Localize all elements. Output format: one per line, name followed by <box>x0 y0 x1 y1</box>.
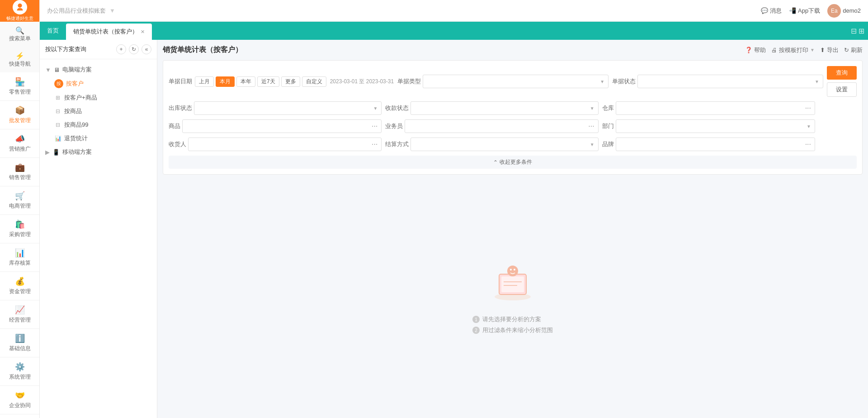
main-area: 办公用品行业模拟账套 ▼ 💬 消息 📲 App下载 Ea demo2 首页 <box>40 0 868 418</box>
sidebar-item-operations[interactable]: 📈 经营管理 <box>0 300 40 329</box>
warehouse-dots[interactable]: ··· <box>805 104 811 112</box>
doc-status-label: 单据状态 <box>612 77 636 86</box>
left-panel-actions: + ↻ « <box>116 44 151 54</box>
settlement-select[interactable]: ▼ <box>410 138 598 151</box>
message-btn[interactable]: 💬 消息 <box>761 7 782 15</box>
tree-collapsed-icon: ▶ <box>45 149 50 156</box>
basic-icon: ℹ️ <box>15 333 25 343</box>
left-panel: 按以下方案查询 + ↻ « ▼ 🖥 电脑端方案 按 按客户 <box>40 40 157 418</box>
filter-area: 单据日期 上月 本月 本年 近7天 更多 自定义 2023-03-01 至 20… <box>163 60 863 175</box>
salesman-label: 业务员 <box>385 122 403 130</box>
collapse-up-icon: ⌃ <box>493 159 498 166</box>
scheme-by-goods[interactable]: ⊟ 按商品 <box>40 104 157 118</box>
sidebar-item-wholesale[interactable]: 📦 批发管理 <box>0 101 40 129</box>
date-range-display: 2023-03-01 至 2023-03-31 <box>330 78 394 86</box>
minimize-icon[interactable]: ⊟ <box>851 27 857 35</box>
app-logo[interactable]: 畅捷通好生意 <box>0 0 40 22</box>
sidebar-item-system[interactable]: ⚙️ 系统管理 <box>0 357 40 386</box>
search-menu[interactable]: 🔍 搜索菜单 <box>0 22 40 47</box>
sidebar-item-newbie[interactable]: 🎯 新手引导 <box>0 414 40 418</box>
doc-type-select[interactable]: ▼ <box>423 75 609 88</box>
sidebar-item-marketing[interactable]: 📣 营销推广 <box>0 129 40 158</box>
query-btn[interactable]: 查询 <box>827 66 857 80</box>
page-actions: ❓ 帮助 🖨 按模板打印 ▼ ⬆ 导出 ↻ 刷新 <box>745 46 863 54</box>
purchase-icon: 🛍️ <box>15 219 25 229</box>
date-btn-this-year[interactable]: 本年 <box>236 76 255 87</box>
receiver-select[interactable]: ··· <box>188 138 382 151</box>
doc-type-label: 单据类型 <box>397 77 421 86</box>
tab-home[interactable]: 首页 <box>40 22 66 40</box>
brand-select[interactable]: ··· <box>616 138 815 151</box>
desktop-scheme-group[interactable]: ▼ 🖥 电脑端方案 <box>40 63 157 76</box>
download-icon: 📲 <box>789 7 796 14</box>
date-btn-7days[interactable]: 近7天 <box>257 76 279 87</box>
maximize-icon[interactable]: ⊞ <box>859 27 864 35</box>
settings-btn[interactable]: 设置 <box>827 82 857 97</box>
svg-point-5 <box>510 269 512 271</box>
tab-bar: 首页 销货单统计表（按客户） ✕ ⊟ ⊞ <box>40 22 868 40</box>
sidebar-item-retail[interactable]: 🏪 零售管理 <box>0 72 40 101</box>
scheme-by-goods-99[interactable]: ⊟ 按商品99 <box>40 118 157 132</box>
warehouse-select[interactable]: ··· <box>616 101 815 115</box>
salesman-select[interactable]: ··· <box>405 119 598 133</box>
message-icon: 💬 <box>761 7 768 14</box>
refresh-scheme-btn[interactable]: ↻ <box>129 44 139 54</box>
brand-dots[interactable]: ··· <box>805 140 811 148</box>
sidebar-item-sales[interactable]: 💼 销售管理 <box>0 158 40 186</box>
active-scheme-icon: 按 <box>54 79 63 88</box>
svg-rect-3 <box>501 276 524 292</box>
tree-expand-icon: ▼ <box>45 66 51 73</box>
date-btn-more[interactable]: 更多 <box>281 76 300 87</box>
export-btn[interactable]: ⬆ 导出 <box>820 46 839 54</box>
logo-icon <box>13 0 27 14</box>
page-title-bar: 销货单统计表（按客户） ❓ 帮助 🖨 按模板打印 ▼ ⬆ 导出 <box>163 45 863 55</box>
mobile-scheme-group[interactable]: ▶ 📱 移动端方案 <box>40 145 157 159</box>
salesman-dots[interactable]: ··· <box>588 122 594 130</box>
date-btn-last-month[interactable]: 上月 <box>195 76 214 87</box>
date-btn-custom[interactable]: 自定义 <box>302 76 326 87</box>
tab-sales-stats[interactable]: 销货单统计表（按客户） ✕ <box>66 24 152 40</box>
app-download-btn[interactable]: 📲 App下载 <box>789 7 820 15</box>
goods-select[interactable]: ··· <box>182 119 382 133</box>
warehouse-label: 仓库 <box>602 104 614 112</box>
doc-status-select[interactable]: ▼ <box>637 75 823 88</box>
scheme-icon-table2: ⊟ <box>54 121 61 128</box>
date-label: 单据日期 <box>169 77 192 86</box>
quick-nav[interactable]: ⚡ 快捷导航 <box>0 47 40 72</box>
refresh-btn[interactable]: ↻ 刷新 <box>844 46 863 54</box>
help-btn[interactable]: ❓ 帮助 <box>745 46 766 54</box>
add-scheme-btn[interactable]: + <box>116 44 126 54</box>
out-status-select[interactable]: ▼ <box>194 101 382 115</box>
scheme-by-customer-goods[interactable]: ⊞ 按客户+商品 <box>40 91 157 104</box>
user-menu[interactable]: Ea demo2 <box>827 4 861 18</box>
scheme-return-stats[interactable]: 📊 退货统计 <box>40 132 157 145</box>
scheme-by-customer[interactable]: 按 按客户 <box>40 76 157 91</box>
collapse-btn[interactable]: ⌃ 收起更多条件 <box>169 156 857 169</box>
template-print-btn[interactable]: 🖨 按模板打印 ▼ <box>771 46 815 54</box>
collapse-panel-btn[interactable]: « <box>142 44 151 54</box>
sidebar-item-inventory[interactable]: 📊 库存核算 <box>0 243 40 272</box>
sidebar-item-ecommerce[interactable]: 🛒 电商管理 <box>0 186 40 215</box>
tab-close-icon[interactable]: ✕ <box>141 29 145 35</box>
svg-point-0 <box>18 4 22 8</box>
marketing-icon: 📣 <box>15 134 25 144</box>
header-right: 💬 消息 📲 App下载 Ea demo2 <box>761 4 861 18</box>
out-status-label: 出库状态 <box>169 104 192 112</box>
payment-status-select[interactable]: ▼ <box>410 101 598 115</box>
dept-arrow: ▼ <box>807 124 811 129</box>
doc-status-arrow: ▼ <box>815 79 819 84</box>
sidebar-item-purchase[interactable]: 🛍️ 采购管理 <box>0 215 40 243</box>
mobile-icon: 📱 <box>52 149 60 156</box>
empty-tips: 1 请先选择要分析的方案 2 用过滤条件来缩小分析范围 <box>472 315 553 337</box>
sidebar-item-finance[interactable]: 💰 资金管理 <box>0 272 40 300</box>
goods-dots[interactable]: ··· <box>372 122 377 130</box>
doc-type-arrow: ▼ <box>600 79 604 84</box>
dept-select[interactable]: ▼ <box>616 119 815 133</box>
date-btn-this-month[interactable]: 本月 <box>216 76 235 87</box>
empty-state: 1 请先选择要分析的方案 2 用过滤条件来缩小分析范围 <box>163 178 863 413</box>
payment-status-label: 收款状态 <box>385 104 409 112</box>
sidebar-item-basic[interactable]: ℹ️ 基础信息 <box>0 329 40 357</box>
sidebar-item-enterprise[interactable]: 🤝 企业协同 <box>0 386 40 414</box>
receiver-dots[interactable]: ··· <box>372 140 377 148</box>
tip2-num: 2 <box>472 327 480 334</box>
